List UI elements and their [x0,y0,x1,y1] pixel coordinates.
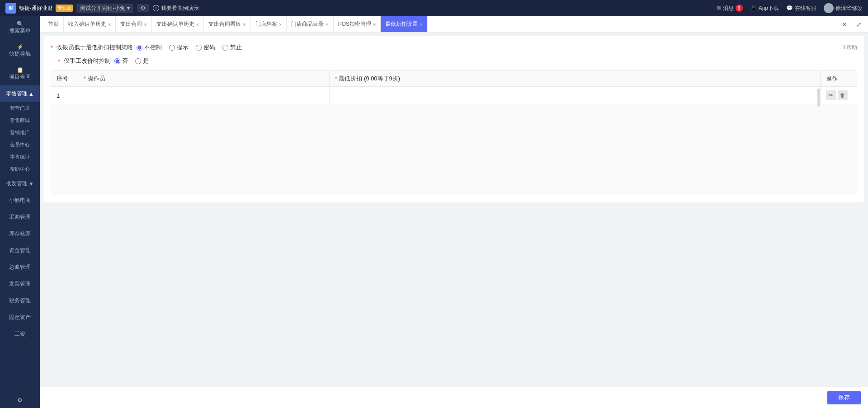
user-avatar [824,3,834,13]
sidebar-item-fixed-assets[interactable]: 固定资产 [0,309,40,326]
sidebar-item-retail-mgmt[interactable]: 零售管理 ▲ [0,85,40,102]
sidebar-item-label: 资金管理 [2,247,38,254]
sidebar-item-purchase-mgmt[interactable]: 采购管理 [0,209,40,225]
sidebar-item-label: 营销推广 [2,129,38,136]
sidebar-item-fund-mgmt[interactable]: 资金管理 [0,242,40,259]
radio-no-control-label: 不控制 [144,43,162,52]
sidebar-item-search[interactable]: 🔍 搜索菜单 [0,16,40,39]
demo-circle-icon: ○ [153,5,159,11]
tab-bar: 首页 收入确认单历史 × 支出合同 × 支出确认单历史 × 支出合同看板 × 门… [40,16,868,33]
demo-link[interactable]: ○ 我要看实例演示 [153,5,199,12]
tab-pos-password-mgmt[interactable]: POS加密管理 × [334,16,381,33]
td-discount [330,87,821,104]
close-icon[interactable]: × [326,22,328,27]
td-operator [78,87,330,104]
radio-no-input[interactable] [114,58,120,64]
tab-label: 支出确认单历史 [156,20,194,28]
help-button[interactable]: ℹ 帮助 [843,44,857,52]
tab-payment-contract-board[interactable]: 支出合同看板 × [204,16,250,33]
project-selector[interactable]: 测试分开完程-小兔 ▾ [76,4,133,13]
message-action[interactable]: ✉ 消息 8 [717,5,743,12]
close-icon[interactable]: × [108,22,111,27]
close-icon[interactable]: × [420,22,422,27]
close-icon[interactable]: × [279,22,282,27]
sidebar-item-salary[interactable]: 工资 [0,326,40,342]
pro-badge: 专业版 [56,5,73,12]
online-service-action[interactable]: 💬 在线客服 [786,5,816,12]
sidebar-item-ledger-mgmt[interactable]: 总账管理 [0,259,40,276]
logo-text: 畅捷·通好业财 [19,5,53,12]
sidebar-item-member-center[interactable]: 会员中心 [0,139,40,151]
th-seq: 序号 [51,71,78,86]
control-policy-label: 收银员低于最低折扣控制策略 [57,43,133,52]
radio-password-input[interactable] [196,45,202,51]
sidebar-item-project-contract[interactable]: 📋 项目合同 [0,62,40,85]
radio-remind-label: 提示 [177,43,189,52]
radio-yes[interactable]: 是 [135,57,149,65]
control-policy-radio-group: 不控制 提示 密码 禁 [137,43,242,52]
edit-icon[interactable]: ✏ [826,90,836,100]
tab-store-archive[interactable]: 门店档案 × [251,16,287,33]
radio-forbid[interactable]: 禁止 [222,43,242,52]
sidebar-item-label: 项目合同 [2,73,38,81]
tab-min-discount-setting[interactable]: 最低折扣设置 × [381,16,427,33]
page-footer: 保存 [40,387,868,408]
service-icon: 💬 [786,5,793,11]
close-tab-button[interactable]: ✕ [839,19,850,30]
message-icon: ✉ [717,5,721,11]
close-icon[interactable]: × [144,22,146,27]
sidebar-item-invoice-mgmt[interactable]: 发票管理 [0,276,40,292]
user-info[interactable]: 徐泽华修改 [824,3,863,13]
radio-yes-input[interactable] [135,58,141,64]
demo-text: 我要看实例演示 [161,5,199,12]
tab-income-confirm-history[interactable]: 收入确认单历史 × [64,16,116,33]
radio-forbid-input[interactable] [222,45,228,51]
seq-value: 1 [57,92,60,99]
sidebar-settings[interactable]: ⚙ [0,392,40,408]
header-right: ✉ 消息 8 📱 App下载 💬 在线客服 徐泽华修改 [717,3,863,13]
project-name: 测试分开完程-小兔 [80,5,125,12]
tab-label: 支出合同 [120,20,142,28]
sidebar-item-wholesale-mgmt[interactable]: 批发管理 ▼ [0,175,40,192]
tab-payment-contract[interactable]: 支出合同 × [116,16,151,33]
sidebar-item-smart-store[interactable]: 智营门店 [0,102,40,114]
sidebar-item-quick-nav[interactable]: ⚡ 快捷导航 [0,39,40,62]
settings-button[interactable]: ⚙ [137,4,149,12]
download-icon: 📱 [750,5,757,11]
sidebar-item-label: 发票管理 [2,280,38,288]
radio-no-control-input[interactable] [137,45,142,51]
tab-payment-confirm-history[interactable]: 支出确认单历史 × [152,16,204,33]
content-area: 首页 收入确认单历史 × 支出合同 × 支出确认单历史 × 支出合同看板 × 门… [40,16,868,408]
sidebar-item-tax-mgmt[interactable]: 税务管理 [0,292,40,309]
tab-home[interactable]: 首页 [43,16,64,33]
radio-remind-input[interactable] [169,45,175,51]
sidebar-item-retail-stats[interactable]: 零售统计 [0,151,40,163]
sidebar-item-retail-mall[interactable]: 零售商城 [0,114,40,127]
project-dropdown-icon: ▾ [127,5,130,11]
app-download-action[interactable]: 📱 App下载 [750,5,779,12]
sidebar-item-label: 批发管理 [6,180,28,188]
app-download-label: App下载 [759,5,779,12]
close-icon[interactable]: × [196,22,199,27]
delete-icon[interactable]: 🗑 [838,90,848,100]
scrollbar[interactable] [817,89,820,107]
chevron-up-icon: ▲ [28,91,34,97]
sidebar-item-label: 工资 [2,330,38,338]
maximize-tab-button[interactable]: ⤢ [854,19,864,30]
radio-no[interactable]: 否 [114,57,128,65]
help-icon: ℹ [843,44,845,51]
tab-store-goods-catalog[interactable]: 门店商品目录 × [287,16,333,33]
save-button[interactable]: 保存 [827,391,861,404]
close-icon[interactable]: × [373,22,376,27]
close-icon[interactable]: × [243,22,245,27]
radio-no-control[interactable]: 不控制 [137,43,162,52]
radio-password[interactable]: 密码 [196,43,215,52]
sidebar-item-label: 零售统计 [2,154,38,160]
sidebar-item-inventory-calc[interactable]: 库存核算 [0,225,40,242]
sidebar-item-ecommerce[interactable]: 小畅电商 [0,192,40,209]
discount-table: 序号 * 操作员 * 最低折扣 (9.00等于9折) 操作 1 [51,70,857,195]
sidebar-item-marketing[interactable]: 营销推广 [0,127,40,139]
radio-remind[interactable]: 提示 [169,43,189,52]
required-star: * [335,75,339,82]
sidebar-item-help-center[interactable]: 帮助中心 [0,163,40,175]
